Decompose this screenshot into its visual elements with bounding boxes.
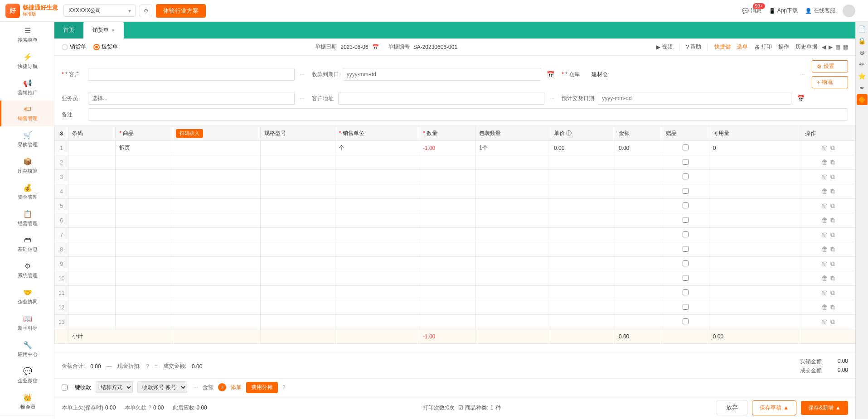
sidebar-item-purchase[interactable]: 🛒 采购管理 (0, 126, 54, 153)
app-download-button[interactable]: 📱 App下载 (769, 7, 798, 14)
gift-checkbox[interactable] (683, 202, 689, 208)
operation-btn[interactable]: 操作 (776, 42, 791, 52)
right-panel-icon-5[interactable]: ⭐ (857, 71, 868, 82)
sidebar-item-system[interactable]: ⚙ 系统管理 (0, 257, 54, 284)
list-view-icon[interactable]: ▤ (835, 44, 840, 50)
sidebar-item-guide[interactable]: 📖 新手引导 (0, 310, 54, 336)
delete-row-icon[interactable]: 🗑 (821, 275, 828, 282)
sidebar-item-quicknav[interactable]: ⚡ 快捷导航 (0, 48, 54, 74)
payment-method-select[interactable]: 结算方式 (96, 381, 133, 393)
gift-checkbox[interactable] (683, 188, 689, 194)
receive-date-calendar-icon[interactable]: 📅 (547, 71, 554, 78)
copy-row-icon[interactable]: ⧉ (830, 202, 835, 210)
delete-row-icon[interactable]: 🗑 (821, 188, 828, 195)
delete-row-icon[interactable]: 🗑 (821, 144, 828, 152)
shortcut-btn[interactable]: 快捷键 (713, 42, 732, 52)
one-click-checkbox[interactable] (62, 385, 68, 390)
expected-date-input[interactable] (598, 92, 791, 105)
tab-sales-order[interactable]: 销货单 × (83, 22, 124, 39)
sidebar-item-management[interactable]: 📋 经营管理 (0, 205, 54, 231)
delete-row-icon[interactable]: 🗑 (821, 289, 828, 297)
delete-row-icon[interactable]: 🗑 (821, 202, 828, 210)
expected-date-calendar-icon[interactable]: 📅 (797, 95, 805, 102)
abandon-button[interactable]: 放弃 (717, 400, 747, 415)
gift-checkbox[interactable] (683, 144, 689, 150)
copy-row-icon[interactable]: ⧉ (830, 217, 835, 224)
sidebar-item-finance[interactable]: 💰 资金管理 (0, 179, 54, 205)
sidebar-item-inventory[interactable]: 📦 库存核算 (0, 153, 54, 179)
right-panel-icon-4[interactable]: ✏ (857, 59, 868, 70)
setting-button[interactable]: ⚙ 设置 (812, 60, 848, 72)
select-btn[interactable]: 选单 (735, 42, 750, 52)
delete-row-icon[interactable]: 🗑 (821, 217, 828, 224)
sidebar-item-marketing[interactable]: 📢 营销推广 (0, 74, 54, 101)
copy-row-icon[interactable]: ⧉ (830, 173, 835, 181)
delete-row-icon[interactable]: 🗑 (821, 159, 828, 166)
tab-close-icon[interactable]: × (112, 27, 115, 34)
delete-row-icon[interactable]: 🗑 (821, 260, 828, 268)
gift-checkbox[interactable] (683, 304, 689, 310)
online-service-button[interactable]: 👤 在线客服 (805, 7, 835, 14)
payment-dots[interactable]: ··· (194, 384, 198, 390)
right-panel-icon-7[interactable]: 🔶 (857, 94, 868, 105)
gift-checkbox[interactable] (683, 275, 689, 281)
video-btn[interactable]: ▶ 视频 (655, 42, 674, 52)
settings-icon[interactable]: ⚙ (140, 5, 152, 17)
gift-checkbox[interactable] (683, 289, 689, 295)
message-button[interactable]: 💬 消息 99+ (742, 7, 761, 14)
gift-checkbox[interactable] (683, 231, 689, 237)
print-btn[interactable]: 🖨 打印 (752, 42, 774, 52)
copy-row-icon[interactable]: ⧉ (830, 144, 835, 152)
sales-order-radio[interactable]: 销货单 (62, 43, 86, 51)
save-draft-button[interactable]: 保存草稿 ▲ (752, 400, 796, 415)
gift-checkbox[interactable] (683, 260, 689, 266)
product-type[interactable]: ☑ 商品种类: 1 种 (458, 404, 500, 412)
gift-checkbox[interactable] (683, 217, 689, 223)
sidebar-item-sales[interactable]: 🏷 销售管理 (0, 101, 54, 126)
logistics-button[interactable]: + 物流 (812, 76, 848, 88)
copy-row-icon[interactable]: ⧉ (830, 289, 835, 297)
expense-split-button[interactable]: 费用分摊 (246, 382, 278, 393)
payment-account-select[interactable]: 收款账号 账号 (137, 381, 187, 393)
warehouse-dots[interactable]: ··· (800, 71, 805, 77)
tab-home[interactable]: 首页 (54, 22, 83, 39)
right-panel-icon-2[interactable]: 🔒 (857, 35, 868, 46)
delete-row-icon[interactable]: 🗑 (821, 173, 828, 181)
return-order-radio[interactable]: 退货单 (93, 43, 118, 51)
customer-dots[interactable]: ··· (300, 71, 305, 77)
cell-product[interactable]: 拆页 (116, 141, 172, 155)
debt-help-icon[interactable]: ? (148, 405, 151, 411)
remark-input[interactable] (88, 108, 848, 121)
help-btn[interactable]: ? 帮助 (684, 42, 703, 52)
cell-gift[interactable] (662, 141, 709, 155)
cell-qty[interactable]: -1.00 (419, 141, 475, 155)
right-panel-icon-6[interactable]: ✒ (857, 82, 868, 93)
prev-icon[interactable]: ◀ (822, 44, 826, 50)
sidebar-item-wechat[interactable]: 💬 企业微信 (0, 362, 54, 389)
sidebar-item-apps[interactable]: 🔧 应用中心 (0, 336, 54, 362)
copy-row-icon[interactable]: ⧉ (830, 159, 835, 166)
delete-row-icon[interactable]: 🗑 (821, 231, 828, 239)
trial-button[interactable]: 体验行业方案 (156, 4, 206, 18)
next-icon[interactable]: ▶ (829, 44, 833, 50)
grid-view-icon[interactable]: ▦ (843, 44, 848, 50)
salesperson-dots[interactable]: ··· (300, 95, 305, 101)
copy-row-icon[interactable]: ⧉ (830, 246, 835, 253)
delete-row-icon[interactable]: 🗑 (821, 246, 828, 253)
right-panel-icon-3[interactable]: ⊕ (857, 47, 868, 58)
addr-dots[interactable]: ··· (550, 95, 554, 101)
scan-btn[interactable]: 扫码录入 (176, 129, 203, 138)
delete-row-icon[interactable]: 🗑 (821, 303, 828, 311)
history-btn[interactable]: 历史单据 (794, 42, 819, 52)
gift-checkbox[interactable] (683, 246, 689, 252)
copy-row-icon[interactable]: ⧉ (830, 188, 835, 195)
cash-discount-help-icon[interactable]: ? (146, 363, 149, 370)
sidebar-item-search[interactable]: ☰ 搜索菜单 (0, 22, 54, 48)
customer-input[interactable] (88, 68, 295, 81)
copy-row-icon[interactable]: ⧉ (830, 231, 835, 239)
receive-date-input[interactable] (343, 68, 542, 81)
copy-row-icon[interactable]: ⧉ (830, 318, 835, 326)
copy-row-icon[interactable]: ⧉ (830, 275, 835, 282)
save-new-button[interactable]: 保存&新增 ▲ (801, 401, 848, 415)
delete-row-icon[interactable]: 🗑 (821, 318, 828, 326)
